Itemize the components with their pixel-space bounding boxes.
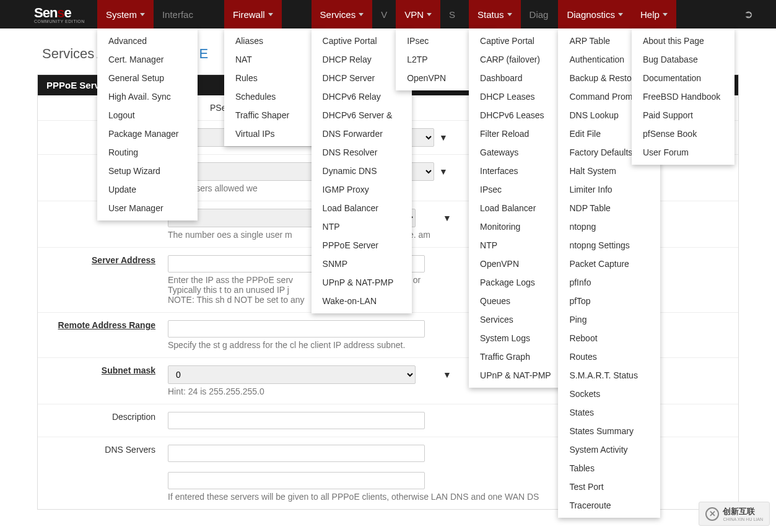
menu-item[interactable]: States [558,403,660,422]
menu-item[interactable]: Sockets [558,385,660,403]
subnet-select[interactable]: 0 [168,365,416,384]
dns-input-1[interactable] [168,445,425,462]
menu-item[interactable]: S.M.A.R.T. Status [558,366,660,385]
nav-interfaces[interactable]: Interfac [154,0,202,28]
nav-help[interactable]: Help About this PageBug DatabaseDocument… [632,0,676,28]
logo: Sense COMMUNITY EDITION [34,5,85,24]
menu-item[interactable]: User Forum [632,143,735,162]
menu-item[interactable]: Rules [224,69,323,87]
nav-services[interactable]: Services Captive PortalDHCP RelayDHCP Se… [312,0,373,28]
menu-item[interactable]: System Logs [469,329,568,347]
menu-item[interactable]: Load Balancer [312,199,412,217]
menu-item[interactable]: IGMP Proxy [312,180,412,199]
nav-status[interactable]: Status Captive PortalCARP (failover)Dash… [469,0,521,28]
menu-item[interactable]: NTP [469,236,568,255]
menu-item[interactable]: DHCP Leases [469,87,568,106]
menu-item[interactable]: Interfaces [469,162,568,180]
nav-diagnostics[interactable]: Diagnostics ARP TableAuthenticationBacku… [558,0,632,28]
menu-item[interactable]: Dynamic DNS [312,162,412,180]
menu-item[interactable]: Advanced [97,32,198,50]
menu-item[interactable]: DNS Resolver [312,143,412,162]
menu-item[interactable]: Limiter Info [558,180,660,199]
logout-icon[interactable]: ➲ [730,7,767,21]
menu-item[interactable]: pfTop [558,292,660,310]
menu-item[interactable]: User Manager [97,199,198,217]
menu-item[interactable]: Captive Portal [469,32,568,50]
menu-item[interactable]: Filter Reload [469,124,568,143]
menu-item[interactable]: Dashboard [469,69,568,87]
menu-item[interactable]: NDP Table [558,199,660,217]
menu-item[interactable]: CARP (failover) [469,50,568,69]
menu-item[interactable]: Load Balancer [469,199,568,217]
menu-item[interactable]: UPnP & NAT-PMP [469,366,568,385]
description-input[interactable] [168,412,425,429]
menu-item[interactable]: IPsec [469,180,568,199]
menu-item[interactable]: Update [97,180,198,199]
menu-item[interactable]: Paid Support [632,106,735,124]
label-dns: DNS Servers [38,445,168,502]
menu-item[interactable]: Reboot [558,329,660,347]
menu-item[interactable]: Ping [558,310,660,329]
menu-item[interactable]: Traceroute [558,496,660,515]
menu-item[interactable]: Test Port [558,477,660,496]
menu-item[interactable]: Package Logs [469,273,568,292]
menu-item[interactable]: Aliases [224,32,323,50]
menu-item[interactable]: General Setup [97,69,198,87]
label-server-address: Server Address [38,255,168,305]
menu-item[interactable]: DNS Forwarder [312,124,412,143]
dns-input-2[interactable] [168,472,425,489]
nav-firewall[interactable]: Firewall AliasesNATRulesSchedulesTraffic… [224,0,282,28]
menu-item[interactable]: Setup Wizard [97,162,198,180]
menu-item[interactable]: Traffic Shaper [224,106,323,124]
menu-item[interactable]: Tables [558,459,660,477]
menu-item[interactable]: UPnP & NAT-PMP [312,273,412,292]
menu-item[interactable]: OpenVPN [469,255,568,273]
menu-item[interactable]: Virtual IPs [224,124,323,143]
nav-vpn[interactable]: VPN IPsecL2TPOpenVPN [396,0,440,28]
menu-item[interactable]: Routes [558,347,660,366]
menu-item[interactable]: Package Manager [97,124,198,143]
menu-item[interactable]: Gateways [469,143,568,162]
menu-item[interactable]: NTP [312,217,412,236]
menu-item[interactable]: Cert. Manager [97,50,198,69]
menu-item[interactable]: Wake-on-LAN [312,292,412,310]
menu-item[interactable]: Routing [97,143,198,162]
label-description: Description [38,412,168,429]
menu-item[interactable]: Bug Database [632,50,735,69]
menu-item[interactable]: FreeBSD Handbook [632,87,735,106]
menu-item[interactable]: Schedules [224,87,323,106]
menu-item[interactable]: DHCPv6 Leases [469,106,568,124]
nav-system[interactable]: System AdvancedCert. ManagerGeneral Setu… [97,0,154,28]
menu-item[interactable]: Packet Capture [558,255,660,273]
menu-item[interactable]: DHCPv6 Server & [312,106,412,124]
menu-item[interactable]: pfSense Book [632,124,735,143]
menu-item[interactable]: Services [469,310,568,329]
menu-item[interactable]: Queues [469,292,568,310]
nav-s[interactable]: S [440,0,464,28]
menu-item[interactable]: States Summary [558,422,660,440]
nav-diag-partial[interactable]: Diag [521,0,557,28]
menu-item[interactable]: About this Page [632,32,735,50]
menu-item[interactable]: NAT [224,50,323,69]
menu-item[interactable]: System Activity [558,440,660,459]
remote-range-input[interactable] [168,320,425,338]
menu-item[interactable]: ntopng Settings [558,236,660,255]
menu-item[interactable]: Logout [97,106,198,124]
label-remote-range: Remote Address Range [38,320,168,350]
menu-item[interactable]: ntopng [558,217,660,236]
footer-badge: ✕ 创新互联 CHINA XIN HU LIAN [699,502,770,526]
badge-icon: ✕ [705,507,719,521]
menu-item[interactable]: Monitoring [469,217,568,236]
menu-item[interactable]: SNMP [312,255,412,273]
menu-item[interactable]: Documentation [632,69,735,87]
nav-v[interactable]: V [372,0,396,28]
menu-item[interactable]: PPPoE Server [312,236,412,255]
top-navbar: Sense COMMUNITY EDITION System AdvancedC… [0,0,776,28]
menu-item[interactable]: pfInfo [558,273,660,292]
menu-item[interactable]: Traffic Graph [469,347,568,366]
label-subnet: Subnet mask [38,365,168,396]
menu-item[interactable]: High Avail. Sync [97,87,198,106]
